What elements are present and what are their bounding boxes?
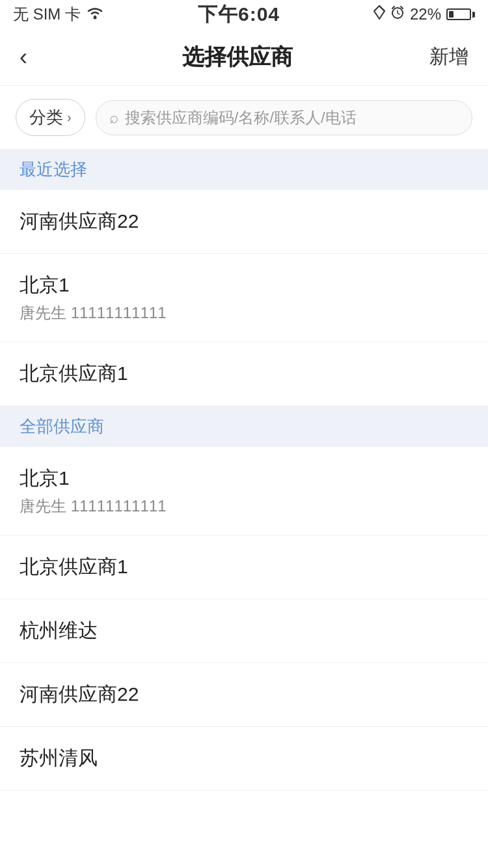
search-placeholder: 搜索供应商编码/名称/联系人/电话: [125, 107, 357, 128]
list-item[interactable]: 北京供应商1: [0, 536, 488, 599]
recent-section-header: 最近选择: [0, 149, 488, 190]
all-items-list: 北京1唐先生 11111111111北京供应商1杭州维达河南供应商22苏州清风: [0, 447, 488, 791]
list-item[interactable]: 北京1唐先生 11111111111: [0, 254, 488, 342]
item-name: 河南供应商22: [20, 681, 468, 708]
item-name: 北京1: [20, 272, 468, 299]
list-item[interactable]: 杭州维达: [0, 599, 488, 663]
status-bar: 无 SIM 卡 下午6:04 22%: [0, 0, 488, 29]
status-time: 下午6:04: [198, 1, 280, 28]
item-name: 苏州清风: [20, 745, 468, 772]
status-right: 22%: [373, 5, 475, 23]
search-input-wrap[interactable]: ⌕ 搜索供应商编码/名称/联系人/电话: [96, 100, 472, 135]
item-sub: 唐先生 11111111111: [20, 303, 468, 323]
list-item[interactable]: 河南供应商22: [0, 190, 488, 254]
list-item[interactable]: 河南供应商22: [0, 663, 488, 727]
battery-percent: 22%: [410, 5, 441, 23]
page-title: 选择供应商: [182, 42, 293, 72]
list-item[interactable]: 北京供应商1: [0, 342, 488, 406]
battery-icon: [446, 8, 475, 20]
item-name: 杭州维达: [20, 617, 468, 644]
item-sub: 唐先生 11111111111: [20, 496, 468, 517]
item-name: 北京1: [20, 465, 468, 492]
wifi-icon: [86, 5, 104, 23]
all-section-header: 全部供应商: [0, 406, 488, 447]
chevron-right-icon: ›: [67, 110, 72, 125]
recent-items-list: 河南供应商22北京1唐先生 11111111111北京供应商1: [0, 190, 488, 406]
sim-label: 无 SIM 卡: [13, 4, 81, 25]
item-name: 北京供应商1: [20, 554, 468, 580]
back-button[interactable]: ‹: [20, 44, 59, 71]
search-area: 分类 › ⌕ 搜索供应商编码/名称/联系人/电话: [0, 86, 488, 149]
list-item[interactable]: 苏州清风: [0, 727, 488, 791]
category-label: 分类: [29, 106, 63, 129]
svg-point-0: [94, 16, 97, 20]
search-icon: ⌕: [109, 109, 118, 127]
category-filter-button[interactable]: 分类 ›: [16, 99, 85, 136]
location-icon: [373, 5, 385, 23]
status-left: 无 SIM 卡: [13, 4, 104, 25]
item-name: 北京供应商1: [20, 360, 468, 387]
list-item[interactable]: 北京1唐先生 11111111111: [0, 447, 488, 536]
alarm-icon: [390, 5, 405, 23]
nav-bar: ‹ 选择供应商 新增: [0, 29, 488, 86]
item-name: 河南供应商22: [20, 208, 468, 235]
add-new-button[interactable]: 新增: [416, 44, 468, 70]
